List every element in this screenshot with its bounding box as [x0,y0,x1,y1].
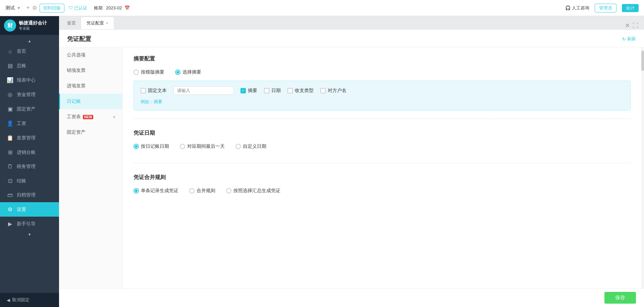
sidebar-item-trade[interactable]: ⊞ 进销台账 [0,145,59,160]
sidebar-item-report[interactable]: 📊 报表中心 [0,73,59,87]
logo-icon: 财 [4,19,16,32]
sidebar-item-label-payroll: 工资 [17,121,26,127]
logo-sub: 专业版 [19,26,47,31]
refresh-icon: ↻ [622,37,626,42]
left-nav-label-fixed-assets: 固定资产 [67,129,86,135]
sidebar-item-home[interactable]: ⌂ 首页 [0,44,59,58]
radio-template[interactable]: 按模版摘要 [133,69,164,75]
scrollbar-thumb[interactable] [641,51,644,71]
sidebar-item-settings[interactable]: ⚙ 设置 [0,202,59,217]
service-label: 人工咨询 [572,5,589,11]
sidebar-item-fund[interactable]: ◎ 资金管理 [0,87,59,102]
radio-merge-rule[interactable]: 合并规则 [189,188,215,194]
content-area: 首页 凭证配置 × ✕ ⛶ 凭证配置 ↻ 刷新 [59,16,644,307]
left-nav-purchase-invoice[interactable]: 进项发票 [59,78,122,94]
left-nav-label-journal: 日记账 [67,98,81,104]
left-nav-payroll-table[interactable]: 工资表 NEW ∨ [59,109,122,125]
service-btn[interactable]: 🎧 人工咨询 [565,5,589,11]
radio-select-circle [175,70,180,75]
page-header: 凭证配置 ↻ 刷新 [59,30,644,47]
sidebar-item-invoice[interactable]: 📋 发票管理 [0,131,59,145]
tab-voucher-config[interactable]: 凭证配置 × [81,17,114,29]
counterpart-label: 对方户名 [328,88,346,94]
tab-home[interactable]: 首页 [62,17,81,29]
switch-old-btn[interactable]: 切到旧版 [40,4,64,12]
left-nav-label-purchase-invoice: 进项发票 [67,83,86,88]
new-badge: NEW [83,115,93,119]
checkbox-date[interactable]: 日期 [264,88,281,94]
left-nav: 公共选项 销项发票 进项发票 日记账 工资表 NEW ∨ [59,47,123,288]
sidebar-item-tax[interactable]: 🗒 税务管理 [0,160,59,174]
radio-last-day[interactable]: 对应期间最后一天 [180,143,225,149]
sidebar-item-guide[interactable]: ▶ 新手引导 [0,217,59,231]
left-nav-fixed-assets[interactable]: 固定资产 [59,125,122,140]
radio-custom-date[interactable]: 自定义日期 [235,143,266,149]
left-nav-label-sales-invoice: 销项发票 [67,68,86,73]
tab-voucher-config-label: 凭证配置 [87,20,104,26]
page-content: 凭证配置 ↻ 刷新 公共选项 销项发票 [59,30,644,307]
radio-single-dot [135,189,138,192]
tax-icon: 🗒 [7,164,13,170]
summary-checkbox-row: 固定文本 ✓ 摘要 [141,86,624,95]
date-section: 凭证日期 按日记账日期 对应期间最后一天 [133,130,631,163]
radio-select-merge[interactable]: 按照选择汇总生成凭证 [226,188,280,194]
page-header-actions: ↻ 刷新 [622,36,636,42]
radio-journal-date-circle [133,144,139,149]
sidebar-item-label-invoice: 发票管理 [17,135,36,141]
refresh-btn[interactable]: ↻ 刷新 [622,36,636,42]
sidebar-item-label-settings: 设置 [17,207,26,213]
merge-section: 凭证合并规则 单条记录生成凭证 合并规则 [133,174,631,207]
sidebar-item-label-report: 报表中心 [17,77,36,83]
radio-journal-date[interactable]: 按日记账日期 [133,143,169,149]
sidebar-item-ledger[interactable]: ▤ 总账 [0,58,59,73]
tab-voucher-config-close[interactable]: × [106,21,108,26]
close-window-btn[interactable]: ✕ [625,22,630,29]
header-actions: + ⚙ 切到旧版 [26,4,65,12]
merge-title: 凭证合并规则 [133,174,631,181]
merge-radio-group: 单条记录生成凭证 合并规则 按照选择汇总生成凭证 [133,188,631,194]
sidebar-item-archive[interactable]: 🗃 归档管理 [0,188,59,202]
radio-single[interactable]: 单条记录生成凭证 [133,188,178,194]
tab-bar: 首页 凭证配置 × ✕ ⛶ [59,16,644,30]
add-icon[interactable]: + [26,4,30,11]
workspace-dropdown-icon[interactable]: ▼ [17,6,21,10]
save-btn[interactable]: 保存 [604,292,636,304]
radio-select-dot [176,71,179,74]
scroll-down-indicator: ▼ [0,231,59,238]
sidebar-item-label-home: 首页 [17,48,26,54]
sidebar-item-closing[interactable]: ⊡ 结账 [0,174,59,188]
fixed-asset-icon: ▣ [7,106,13,112]
left-nav-public[interactable]: 公共选项 [59,47,122,63]
user-btn[interactable]: 管理员 [595,4,616,12]
sidebar-logo: 财 畅捷通好会计 专业版 [0,16,59,35]
radio-template-circle [133,70,139,75]
calendar-icon[interactable]: 📅 [124,5,130,10]
sidebar-item-fixed-asset[interactable]: ▣ 固定资产 [0,102,59,116]
bottom-bar: 保存 [59,288,644,307]
sidebar-item-label-tax: 税务管理 [17,164,36,170]
left-nav-sales-invoice[interactable]: 销项发票 [59,63,122,78]
cancel-pin-btn[interactable]: ◀ 取消固定 [0,293,59,307]
tab-home-label: 首页 [67,20,76,26]
income-type-checkbox [287,88,293,93]
settings-icon[interactable]: ⚙ [32,5,37,11]
sidebar-item-payroll[interactable]: 👤 工资 [0,116,59,131]
role-btn[interactable]: 会计 [622,4,639,12]
radio-last-day-label: 对应期间最后一天 [187,143,225,149]
workspace-selector[interactable]: 测试 ▼ [5,5,21,11]
checkbox-income-type[interactable]: 收支类型 [287,88,314,94]
logo-text: 畅捷通好会计 [19,20,47,26]
fixed-text-label: 固定文本 [148,88,167,94]
radio-merge-rule-label: 合并规则 [197,188,215,194]
home-icon: ⌂ [7,48,13,54]
sidebar: 财 畅捷通好会计 专业版 ▲ ⌂ 首页 ▤ 总账 📊 报表中心 [0,16,59,307]
radio-select[interactable]: 选择摘要 [175,69,201,75]
date-checkbox [264,88,269,93]
certified-status: 🛡 已认证 [68,5,87,11]
left-nav-journal[interactable]: 日记账 [59,94,122,109]
checkbox-fixed-text[interactable]: 固定文本 [141,88,167,94]
maximize-window-btn[interactable]: ⛶ [633,22,639,29]
fixed-text-input[interactable] [173,86,234,95]
checkbox-summary[interactable]: ✓ 摘要 [240,88,257,94]
checkbox-counterpart[interactable]: 对方户名 [320,88,346,94]
